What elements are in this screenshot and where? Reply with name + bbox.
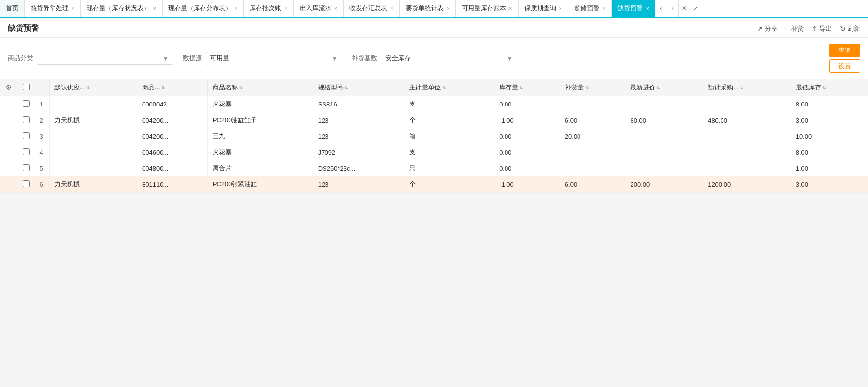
- tab-close-1[interactable]: ×: [72, 5, 74, 11]
- tab-现存量库存分布表[interactable]: 现存量（库存分布表） ×: [163, 0, 244, 17]
- row-checkbox-2[interactable]: [23, 132, 30, 139]
- estimated-purchase-cell: 480.00: [703, 112, 791, 128]
- row-checkbox-3[interactable]: [23, 148, 30, 155]
- gear-cell: [0, 96, 18, 112]
- tab-close-2[interactable]: ×: [153, 5, 156, 11]
- unit-column-header[interactable]: 主计量单位 ⇅: [404, 79, 494, 96]
- spec-cell: SS816: [313, 96, 404, 112]
- code-sort[interactable]: 商品... ⇅: [142, 83, 165, 92]
- estimated-purchase-cell: [703, 144, 791, 160]
- gear-icon[interactable]: ⚙: [5, 83, 12, 91]
- tab-close-10[interactable]: ×: [602, 5, 605, 11]
- row-checkbox-4[interactable]: [23, 164, 30, 171]
- replenish-button[interactable]: □ 补货: [785, 24, 804, 33]
- supplier-column-header[interactable]: 默认供应... ⇅: [49, 79, 137, 96]
- name-cell: PC200张紧油缸: [207, 176, 313, 193]
- checkbox-cell[interactable]: [18, 144, 35, 160]
- filter-actions: 查询 设置: [829, 44, 860, 73]
- supplier-sort[interactable]: 默认供应... ⇅: [54, 83, 90, 92]
- tab-close-8[interactable]: ×: [509, 5, 512, 11]
- replenish-cell: 20.00: [560, 128, 625, 144]
- tab-close-6[interactable]: ×: [390, 5, 393, 11]
- stock-column-header[interactable]: 库存量 ⇅: [494, 79, 560, 96]
- tab-库存批次账[interactable]: 库存批次账 ×: [244, 0, 293, 17]
- gear-cell: [0, 112, 18, 128]
- tab-首页[interactable]: 首页: [0, 0, 25, 17]
- category-label: 商品分类: [8, 54, 33, 63]
- latest-price-column-header[interactable]: 最新进价 ⇅: [625, 79, 703, 96]
- tab-close-5[interactable]: ×: [334, 5, 337, 11]
- tab-close-11[interactable]: ×: [646, 5, 649, 11]
- tab-出入库流水[interactable]: 出入库流水 ×: [294, 0, 344, 17]
- stock-sort-icon: ⇅: [519, 85, 523, 90]
- settings-column-header[interactable]: ⚙: [0, 79, 18, 96]
- tab-restore[interactable]: ⤢: [690, 0, 702, 17]
- checkbox-cell[interactable]: [18, 96, 35, 112]
- replenish-base-select[interactable]: 安全库存 ▼: [381, 52, 517, 65]
- category-select[interactable]: ▼: [37, 53, 173, 65]
- tab-close-4[interactable]: ×: [284, 5, 287, 11]
- datasource-select[interactable]: 可用量 ▼: [206, 52, 342, 65]
- tab-要货单统计表[interactable]: 要货单统计表 ×: [400, 0, 456, 17]
- min-stock-cell: 3.00: [791, 112, 868, 128]
- unit-cell: 个: [404, 176, 494, 193]
- stock-sort[interactable]: 库存量 ⇅: [499, 83, 523, 92]
- estimated-purchase-sort[interactable]: 预计采购... ⇅: [708, 83, 743, 92]
- replenish-sort[interactable]: 补货量 ⇅: [565, 83, 589, 92]
- estimated-purchase-sort-icon: ⇅: [740, 85, 743, 90]
- name-cell: 三九: [207, 128, 313, 144]
- min-stock-sort[interactable]: 最低库存 ⇅: [796, 83, 826, 92]
- setting-button[interactable]: 设置: [829, 59, 860, 73]
- tab-超储预警[interactable]: 超储预警 ×: [568, 0, 612, 17]
- tab-现存量库存状况表[interactable]: 现存量（库存状况表） ×: [81, 0, 162, 17]
- row-checkbox-5[interactable]: [23, 180, 30, 187]
- min-stock-column-header[interactable]: 最低库存 ⇅: [791, 79, 868, 96]
- tab-保质期查询[interactable]: 保质期查询 ×: [519, 0, 568, 17]
- row-checkbox-0[interactable]: [23, 100, 30, 107]
- tab-收发存汇总表[interactable]: 收发存汇总表 ×: [344, 0, 399, 17]
- estimated-purchase-cell: [703, 96, 791, 112]
- tab-nav-right[interactable]: ›: [667, 0, 679, 17]
- estimated-purchase-column-header[interactable]: 预计采购... ⇅: [703, 79, 791, 96]
- tab-close-3[interactable]: ×: [235, 5, 237, 11]
- name-column-header[interactable]: 商品名称 ⇅: [207, 79, 313, 96]
- spec-sort[interactable]: 规格型号 ⇅: [318, 83, 348, 92]
- row-checkbox-1[interactable]: [23, 116, 30, 123]
- spec-cell: DS250*23c...: [313, 160, 404, 176]
- query-button[interactable]: 查询: [829, 44, 860, 57]
- checkbox-column-header[interactable]: [18, 79, 35, 96]
- checkbox-cell[interactable]: [18, 176, 35, 193]
- unit-sort[interactable]: 主计量单位 ⇅: [409, 83, 446, 92]
- table-row: 6 力天机械 801110... PC200张紧油缸 123 个 -1.00 6…: [0, 176, 868, 193]
- name-cell: 火花塞: [207, 144, 313, 160]
- latest-price-sort[interactable]: 最新进价 ⇅: [630, 83, 660, 92]
- tab-拣货异常处理[interactable]: 拣货异常处理 ×: [25, 0, 81, 17]
- refresh-button[interactable]: ↻ 刷新: [840, 24, 860, 33]
- supplier-cell: [49, 96, 137, 112]
- share-button[interactable]: ↗ 分享: [757, 24, 778, 33]
- replenish-column-header[interactable]: 补货量 ⇅: [560, 79, 625, 96]
- tab-可用量库存账本[interactable]: 可用量库存账本 ×: [456, 0, 518, 17]
- export-button[interactable]: ↥ 导出: [812, 24, 832, 33]
- tab-nav-left[interactable]: ‹: [655, 0, 667, 17]
- select-all-checkbox[interactable]: [23, 84, 30, 90]
- replenish-cell: 6.00: [560, 176, 625, 193]
- seq-cell: 3: [35, 128, 49, 144]
- seq-cell: 6: [35, 176, 49, 193]
- supplier-cell: [49, 160, 137, 176]
- tab-close-all[interactable]: ✕: [679, 0, 690, 17]
- min-stock-cell: 3.00: [791, 176, 868, 193]
- name-sort[interactable]: 商品名称 ⇅: [213, 83, 243, 92]
- gear-cell: [0, 176, 18, 193]
- checkbox-cell[interactable]: [18, 112, 35, 128]
- tab-close-9[interactable]: ×: [559, 5, 562, 11]
- tab-缺货预警[interactable]: 缺货预警 ×: [612, 0, 655, 17]
- checkbox-cell[interactable]: [18, 128, 35, 144]
- spec-column-header[interactable]: 规格型号 ⇅: [313, 79, 404, 96]
- code-column-header[interactable]: 商品... ⇅: [137, 79, 208, 96]
- spec-cell: 123: [313, 128, 404, 144]
- tab-close-7[interactable]: ×: [447, 5, 450, 11]
- latest-price-cell: [625, 144, 703, 160]
- min-stock-cell: 10.00: [791, 128, 868, 144]
- checkbox-cell[interactable]: [18, 160, 35, 176]
